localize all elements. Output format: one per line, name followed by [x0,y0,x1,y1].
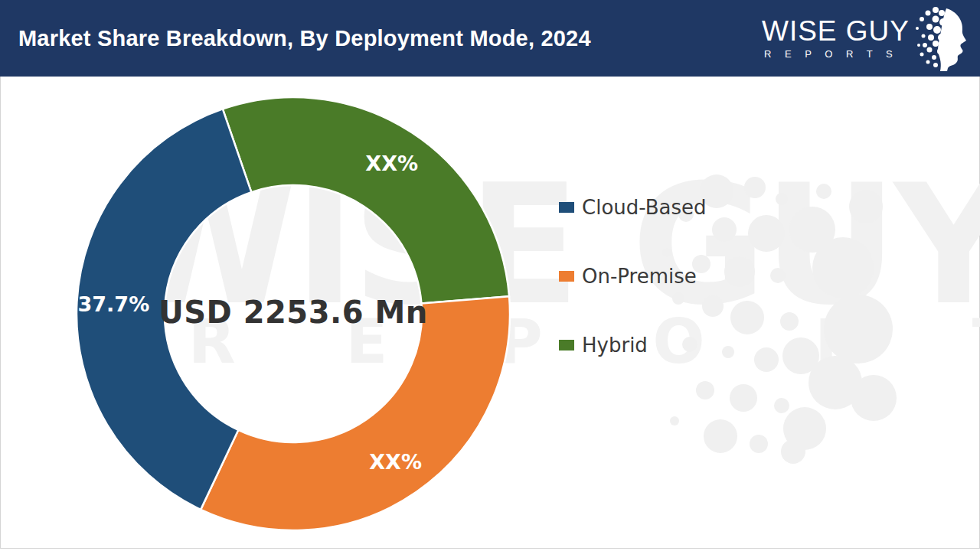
chart-card: WISE GUY R E P O R T S XX%XX%37.7% USD 2… [0,77,980,549]
legend-item-hybrid: Hybrid [559,334,707,357]
brand-logo: WISE GUY R E P O R T S [762,3,968,73]
brand-head-icon [913,5,968,71]
brand-name: WISE GUY [762,17,910,47]
brand-logo-text: WISE GUY R E P O R T S [762,17,910,60]
page-title: Market Share Breakdown, By Deployment Mo… [18,26,591,51]
slice-value-label-on-premise: XX% [369,450,422,474]
legend-swatch-on-premise [559,271,574,282]
chart-center-total: USD 2253.6 Mn [158,295,427,330]
legend-item-cloud-based: Cloud-Based [559,196,707,219]
brand-subtitle: R E P O R T S [764,48,910,60]
chart-legend: Cloud-Based On-Premise Hybrid [559,196,707,403]
slice-value-label-cloud-based: 37.7% [78,292,150,316]
legend-label-cloud-based: Cloud-Based [582,196,707,219]
legend-swatch-hybrid [559,340,574,350]
legend-swatch-cloud-based [559,202,574,213]
donut-slice-on-premise [201,296,510,530]
legend-label-on-premise: On-Premise [582,265,697,288]
slice-value-label-hybrid: XX% [365,152,418,175]
legend-item-on-premise: On-Premise [559,265,707,288]
donut-chart: XX%XX%37.7% [1,77,980,549]
donut-slice-hybrid [223,97,509,304]
legend-label-hybrid: Hybrid [582,334,648,357]
header-bar: Market Share Breakdown, By Deployment Mo… [0,0,980,77]
